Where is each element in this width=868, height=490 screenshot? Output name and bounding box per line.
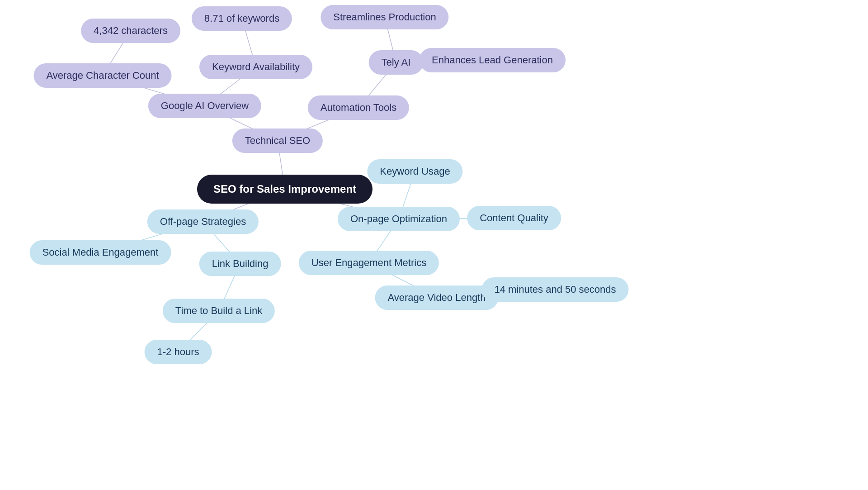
- mind-map: SEO for Sales ImprovementTechnical SEOGo…: [0, 0, 868, 490]
- node-avg_char_count[interactable]: Average Character Count: [33, 63, 171, 88]
- node-off_page[interactable]: Off-page Strategies: [147, 209, 259, 234]
- node-keyword_availability[interactable]: Keyword Availability: [199, 55, 312, 79]
- node-char_count_val[interactable]: 4,342 characters: [81, 19, 180, 43]
- node-user_engagement[interactable]: User Engagement Metrics: [299, 251, 439, 275]
- node-google_ai[interactable]: Google AI Overview: [148, 94, 261, 118]
- node-technical_seo[interactable]: Technical SEO: [232, 128, 323, 153]
- node-enhances_lead[interactable]: Enhances Lead Generation: [419, 48, 566, 72]
- node-keyword_usage[interactable]: Keyword Usage: [367, 159, 462, 184]
- node-automation_tools[interactable]: Automation Tools: [308, 95, 409, 120]
- node-on_page[interactable]: On-page Optimization: [338, 207, 460, 231]
- node-root[interactable]: SEO for Sales Improvement: [197, 175, 373, 204]
- node-avg_video[interactable]: Average Video Length: [375, 285, 499, 310]
- node-social_media[interactable]: Social Media Engagement: [30, 240, 171, 265]
- node-time_build[interactable]: Time to Build a Link: [163, 299, 275, 323]
- node-video_time[interactable]: 14 minutes and 50 seconds: [481, 277, 628, 302]
- node-streamlines[interactable]: Streamlines Production: [321, 5, 448, 29]
- node-content_quality[interactable]: Content Quality: [467, 206, 561, 230]
- node-keywords_count[interactable]: 8.71 of keywords: [192, 6, 292, 31]
- node-hours[interactable]: 1-2 hours: [145, 340, 212, 364]
- node-link_building[interactable]: Link Building: [199, 252, 281, 276]
- node-tely_ai[interactable]: Tely AI: [369, 50, 424, 75]
